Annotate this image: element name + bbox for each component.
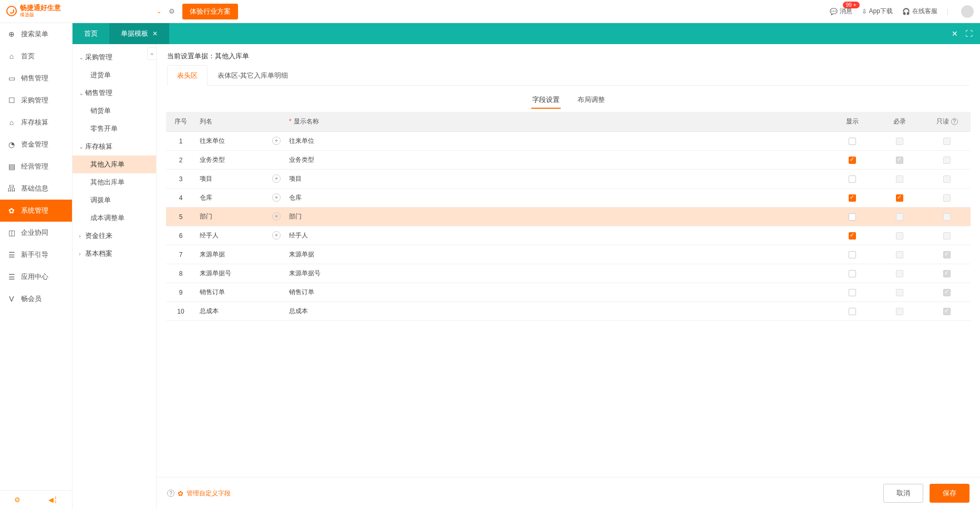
tree-item-2-2[interactable]: 调拨单 <box>73 191 156 209</box>
tree-item-1-1[interactable]: 零售开单 <box>73 120 156 138</box>
cta-industry-button[interactable]: 体验行业方案 <box>182 4 238 19</box>
cell-disp[interactable]: 业务类型 <box>285 151 829 170</box>
checkbox[interactable] <box>849 289 856 296</box>
sidenav-item-5[interactable]: ◔资金管理 <box>0 133 72 155</box>
plus-icon[interactable]: + <box>272 193 281 202</box>
cell-ro <box>923 132 971 151</box>
table-row[interactable]: 2业务类型业务类型 <box>166 151 971 170</box>
inner-tab-0[interactable]: 表头区 <box>167 65 208 86</box>
online-service-label: 在线客服 <box>912 7 937 16</box>
table-row[interactable]: 1往来单位+往来单位 <box>166 132 971 151</box>
settings-icon[interactable]: ⚙ <box>14 496 20 504</box>
checkbox <box>896 232 903 240</box>
checkbox[interactable] <box>849 232 856 240</box>
sidenav-item-11[interactable]: ☰应用中心 <box>0 266 72 288</box>
tree-group-3[interactable]: 资金往来 <box>73 227 156 245</box>
sub-tabs: 字段设置布局调整 <box>157 86 980 112</box>
checkbox[interactable] <box>849 138 856 145</box>
sub-tab-0[interactable]: 字段设置 <box>531 92 561 109</box>
tree-group-1[interactable]: 销售管理 <box>73 84 156 102</box>
table-row[interactable]: 3项目+项目 <box>166 170 971 189</box>
checkbox[interactable] <box>849 175 856 183</box>
help-icon[interactable]: ? <box>167 490 174 497</box>
fullscreen-icon[interactable]: ⛶ <box>965 29 973 38</box>
avatar[interactable] <box>961 5 974 18</box>
checkbox[interactable] <box>849 213 856 221</box>
close-icon[interactable]: ✕ <box>152 30 158 37</box>
cell-disp[interactable]: 部门 <box>285 207 829 226</box>
cell-seq: 10 <box>166 302 195 321</box>
cell-disp[interactable]: 总成本 <box>285 302 829 321</box>
sidenav-item-4[interactable]: ⌂库存核算 <box>0 111 72 133</box>
cell-disp[interactable]: 来源单据 <box>285 245 829 264</box>
cell-disp[interactable]: 销售订单 <box>285 283 829 302</box>
nav-icon: ▭ <box>7 74 16 82</box>
cell-disp[interactable]: 项目 <box>285 170 829 189</box>
online-service-link[interactable]: 🎧 在线客服 <box>902 7 937 16</box>
tree-item-2-1[interactable]: 其他出库单 <box>73 173 156 191</box>
tree-item-2-3[interactable]: 成本调整单 <box>73 209 156 227</box>
table-row[interactable]: 9销售订单销售订单 <box>166 283 971 302</box>
sidenav-item-7[interactable]: 品基础信息 <box>0 178 72 200</box>
table-row[interactable]: 6经手人+经手人 <box>166 226 971 245</box>
cell-disp[interactable]: 经手人 <box>285 226 829 245</box>
manage-custom-fields-link[interactable]: 管理自定义字段 <box>187 489 231 498</box>
cell-disp[interactable]: 来源单据号 <box>285 264 829 283</box>
checkbox <box>943 194 951 202</box>
plus-icon[interactable]: + <box>272 174 281 183</box>
app-download-link[interactable]: ⇩ App下载 <box>862 7 893 16</box>
table-row[interactable]: 8来源单据号来源单据号 <box>166 264 971 283</box>
checkbox[interactable] <box>849 194 856 202</box>
collapse-nav-icon[interactable]: ◀╎ <box>48 496 58 504</box>
sidenav-item-8[interactable]: ✿系统管理 <box>0 200 72 222</box>
table-row[interactable]: 7来源单据来源单据 <box>166 245 971 264</box>
plus-icon[interactable]: + <box>272 137 281 145</box>
table-row[interactable]: 5部门+部门 <box>166 207 971 226</box>
cell-show <box>829 264 876 283</box>
sidenav-item-0[interactable]: ⊕搜索菜单 <box>0 23 72 45</box>
tab-home[interactable]: 首页 <box>73 23 109 44</box>
sidenav-item-9[interactable]: ◫企业协同 <box>0 222 72 244</box>
tree-group-0[interactable]: 采购管理 <box>73 48 156 66</box>
cell-req <box>876 264 923 283</box>
tree-group-2[interactable]: 库存核算 <box>73 138 156 155</box>
cell-show <box>829 245 876 264</box>
collapse-tree-icon[interactable]: « <box>147 47 157 60</box>
checkbox[interactable] <box>896 194 903 202</box>
sidenav-item-10[interactable]: ☰新手引导 <box>0 244 72 266</box>
save-button[interactable]: 保存 <box>930 484 969 503</box>
help-icon[interactable]: ? <box>951 118 958 125</box>
close-all-icon[interactable]: ✕ <box>952 29 958 38</box>
checkbox[interactable] <box>849 270 856 277</box>
tree-item-2-0[interactable]: 其他入库单 <box>73 155 156 173</box>
sub-tab-1[interactable]: 布局调整 <box>576 92 606 109</box>
sidenav-item-3[interactable]: ☐采购管理 <box>0 89 72 111</box>
cell-disp[interactable]: 往来单位 <box>285 132 829 151</box>
checkbox[interactable] <box>849 157 856 164</box>
checkbox[interactable] <box>849 251 856 258</box>
cell-req <box>876 170 923 189</box>
org-selector[interactable]: ⌄ <box>83 8 161 15</box>
inner-tab-1[interactable]: 表体区-其它入库单明细 <box>208 65 298 86</box>
sidenav-item-1[interactable]: ⌂首页 <box>0 45 72 67</box>
messages-link[interactable]: 💬 消息 99 + <box>830 7 852 16</box>
sidenav-item-2[interactable]: ▭销售管理 <box>0 67 72 89</box>
gear-icon[interactable]: ⚙ <box>169 7 175 15</box>
plus-icon[interactable]: + <box>272 212 281 221</box>
tab-doc-template[interactable]: 单据模板 ✕ <box>109 23 169 44</box>
cell-ro <box>923 207 971 226</box>
table-row[interactable]: 10总成本总成本 <box>166 302 971 321</box>
tree-item-0-0[interactable]: 进货单 <box>73 66 156 84</box>
plus-icon[interactable]: + <box>272 231 281 240</box>
cancel-button[interactable]: 取消 <box>883 484 923 503</box>
checkbox <box>943 270 951 277</box>
sidenav-item-12[interactable]: V畅会员 <box>0 288 72 310</box>
sidenav-item-6[interactable]: ▤经营管理 <box>0 155 72 178</box>
table-row[interactable]: 4仓库+仓库 <box>166 189 971 207</box>
tree-item-1-0[interactable]: 销货单 <box>73 102 156 120</box>
cell-req <box>876 151 923 170</box>
checkbox[interactable] <box>849 308 856 315</box>
tree-group-4[interactable]: 基本档案 <box>73 245 156 263</box>
cell-ro <box>923 170 971 189</box>
cell-disp[interactable]: 仓库 <box>285 189 829 207</box>
